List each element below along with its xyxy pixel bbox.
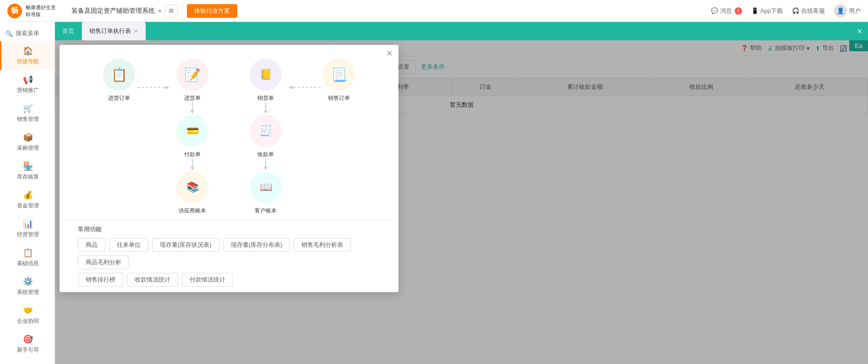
logo-area: 畅 畅康通好生意 标准版 xyxy=(7,4,62,18)
sales-icon: 🛒 xyxy=(23,103,33,114)
flow-diagram: 📋 进货订单 📝 进货单 xyxy=(60,45,399,219)
message-badge: 6 xyxy=(735,7,742,15)
flow-node-sales-order[interactable]: 📃 销售订单 xyxy=(323,59,355,102)
flow-row5: 📚 供应商账本 📖 客户账本 xyxy=(82,171,376,215)
newbie-icon: 🎯 xyxy=(23,334,33,344)
inventory-icon: 🏪 xyxy=(23,161,33,171)
spacer-va2 xyxy=(135,158,176,171)
spacer-va4 xyxy=(282,158,323,171)
supplier-book-label: 供应商账本 xyxy=(179,207,206,215)
quick-guide-modal: ✕ 📋 进货订单 xyxy=(60,45,399,292)
customer-book-label: 客户账本 xyxy=(255,207,277,215)
flow-node-payment[interactable]: 💳 付款单 xyxy=(176,115,208,158)
main-layout: 🔍 搜索菜单 🏠 快捷导航 📢 营销推广 🛒 销售管理 📦 采购管理 🏪 库存核… xyxy=(0,22,868,364)
app-download-button[interactable]: 📱 App下载 xyxy=(751,7,783,15)
tab-close-icon[interactable]: ✕ xyxy=(134,28,138,34)
func-btn-inventory-dist[interactable]: 现存量(库存分布表) xyxy=(223,238,290,252)
common-func-title: 常用功能 xyxy=(78,225,380,234)
purchase-slip-label: 进货单 xyxy=(184,94,201,102)
online-service-button[interactable]: 🎧 在线客服 xyxy=(792,7,825,15)
purchase-order-label: 进货订单 xyxy=(108,94,130,102)
tab-sales-order[interactable]: 销售订单执行表 ✕ xyxy=(82,22,146,40)
sidebar-search[interactable]: 🔍 搜索菜单 xyxy=(0,26,55,41)
func-btn-payment-stats[interactable]: 付款情况统计 xyxy=(182,273,233,287)
purchase-icon: 📦 xyxy=(23,132,33,142)
sidebar-item-system[interactable]: ⚙️ 系统管理 xyxy=(0,272,55,301)
flow-node-purchase-order[interactable]: 📋 进货订单 xyxy=(103,59,135,102)
message-button[interactable]: 💬 消息 6 xyxy=(711,7,742,15)
system-title-text: 装备及固定资产辅助管理系统 xyxy=(71,7,155,15)
flow-node-receipt[interactable]: 🧾 收款单 xyxy=(250,115,282,158)
arrow-down-receipt xyxy=(250,158,282,171)
payment-label: 付款单 xyxy=(184,151,201,158)
experience-button[interactable]: 体验行业方案 xyxy=(187,4,237,18)
spacer-va1 xyxy=(103,158,135,171)
customer-book-icon: 📖 xyxy=(250,171,282,203)
close-all-tabs-button[interactable]: ✕ xyxy=(857,27,863,36)
purchase-slip-icon: 📝 xyxy=(176,59,208,91)
arrow-down-purchase xyxy=(176,102,208,115)
flow-node-sales-slip[interactable]: 📒 销货单 xyxy=(250,59,282,102)
spacer-v1 xyxy=(103,102,135,115)
supplier-book-icon: 📚 xyxy=(176,171,208,203)
basic-icon: 📋 xyxy=(23,248,33,258)
search-icon: 🔍 xyxy=(5,30,13,37)
flow-node-purchase-slip[interactable]: 📝 进货单 xyxy=(176,59,208,102)
gear-button[interactable]: ⚙ xyxy=(165,5,178,17)
sidebar-item-basic[interactable]: 📋 基础信息 xyxy=(0,243,55,272)
func-buttons-row2: 销售排行榜 收款情况统计 付款情况统计 xyxy=(78,273,380,287)
modal-close-button[interactable]: ✕ xyxy=(386,49,393,59)
sidebar-item-marketing[interactable]: 📢 营销推广 xyxy=(0,70,55,99)
sidebar-item-sales[interactable]: 🛒 销售管理 xyxy=(0,99,55,128)
payment-icon: 💳 xyxy=(176,115,208,147)
func-btn-counterparty[interactable]: 往来单位 xyxy=(109,238,148,252)
dropdown-arrow-icon[interactable]: ▾ xyxy=(158,8,161,14)
receipt-label: 收款单 xyxy=(257,151,274,158)
func-btn-product[interactable]: 商品 xyxy=(78,238,105,252)
sales-slip-label: 销货单 xyxy=(257,94,274,102)
sidebar-item-purchase[interactable]: 📦 采购管理 xyxy=(0,128,55,157)
func-btn-receipt-stats[interactable]: 收款情况统计 xyxy=(127,273,178,287)
spacer-v2 xyxy=(135,102,176,115)
spacer-va3 xyxy=(208,158,250,171)
sidebar-item-quick-guide[interactable]: 🏠 快捷导航 xyxy=(0,41,55,70)
sidebar-item-cooperation[interactable]: 🤝 企业协同 xyxy=(0,301,55,330)
sales-order-label: 销售订单 xyxy=(328,94,350,102)
phone-icon: 📱 xyxy=(751,7,759,14)
tab-bar: 首页 销售订单执行表 ✕ ✕ xyxy=(55,22,868,40)
arrow-down-sales xyxy=(250,102,282,115)
marketing-icon: 📢 xyxy=(23,75,33,85)
svg-marker-5 xyxy=(191,110,194,114)
sidebar-item-newbie[interactable]: 🎯 新手引导 xyxy=(0,330,55,359)
func-btn-sales-profit[interactable]: 销售毛利分析表 xyxy=(294,238,351,252)
spacer-v4 xyxy=(282,102,323,115)
top-header: 畅 畅康通好生意 标准版 装备及固定资产辅助管理系统 ▾ ⚙ 体验行业方案 💬 … xyxy=(0,0,868,22)
func-btn-sales-rank[interactable]: 销售排行榜 xyxy=(78,273,123,287)
spacer-va5 xyxy=(323,158,355,171)
user-avatar: 👤 xyxy=(834,5,847,17)
func-btn-product-profit[interactable]: 商品毛利分析 xyxy=(78,255,129,269)
receipt-icon: 🧾 xyxy=(250,115,282,147)
flow-node-customer-book[interactable]: 📖 客户账本 xyxy=(250,171,282,215)
logo-text: 畅康通好生意 标准版 xyxy=(26,4,56,17)
spacer-v3 xyxy=(208,102,250,115)
func-btn-inventory-status[interactable]: 现存量(库存状况表) xyxy=(152,238,219,252)
cooperation-icon: 🤝 xyxy=(23,305,33,315)
logo-icon: 畅 xyxy=(7,4,22,18)
sidebar-item-inventory[interactable]: 🏪 库存核算 xyxy=(0,157,55,185)
finance-icon: 💰 xyxy=(23,190,33,200)
svg-marker-1 xyxy=(165,86,169,89)
flow-row4-arrows xyxy=(82,158,376,171)
headset-icon: 🎧 xyxy=(792,7,799,14)
flow-row1: 📋 进货订单 📝 进货单 xyxy=(82,59,376,102)
sidebar-item-operation[interactable]: 📊 经营管理 xyxy=(0,214,55,243)
flow-node-supplier-book[interactable]: 📚 供应商账本 xyxy=(176,171,208,215)
sidebar-item-finance[interactable]: 💰 资金管理 xyxy=(0,185,55,214)
spacer-v5 xyxy=(323,102,355,115)
tab-home[interactable]: 首页 xyxy=(55,22,82,40)
user-menu[interactable]: 👤 用户 xyxy=(834,5,861,17)
svg-marker-11 xyxy=(264,167,267,170)
sales-slip-icon: 📒 xyxy=(250,59,282,91)
svg-marker-7 xyxy=(264,110,267,114)
svg-marker-9 xyxy=(191,167,194,170)
